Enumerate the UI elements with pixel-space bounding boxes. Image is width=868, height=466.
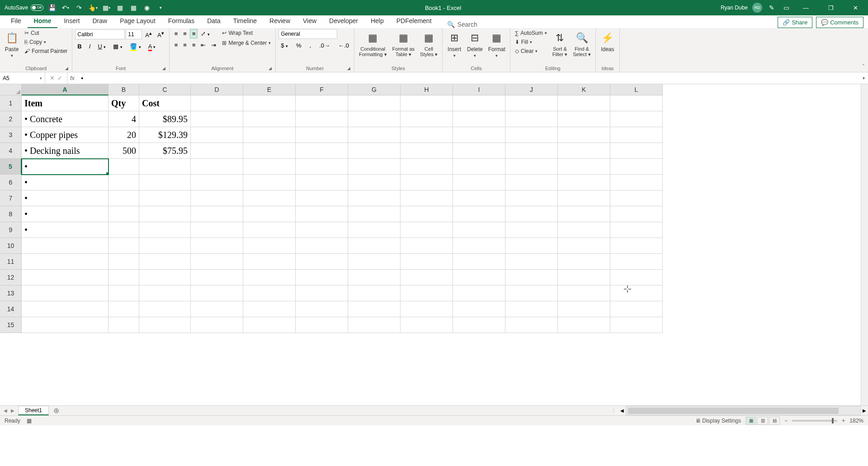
cell[interactable] <box>108 206 139 222</box>
cell[interactable] <box>453 175 505 190</box>
formula-input[interactable]: • <box>77 72 859 84</box>
cell[interactable] <box>108 301 139 317</box>
cell[interactable] <box>22 254 108 270</box>
cell[interactable] <box>453 238 505 254</box>
cell[interactable] <box>139 238 191 254</box>
cell[interactable] <box>401 190 453 206</box>
column-header[interactable]: J <box>505 84 558 95</box>
borders-button[interactable]: ▦ ▾ <box>111 42 125 51</box>
cell[interactable] <box>558 222 610 238</box>
cell[interactable] <box>296 190 348 206</box>
row-header[interactable]: 11 <box>0 254 22 270</box>
cell[interactable] <box>558 95 610 111</box>
row-header[interactable]: 9 <box>0 222 22 238</box>
ribbon-tab-draw[interactable]: Draw <box>86 14 113 28</box>
ribbon-tab-page-layout[interactable]: Page Layout <box>113 14 162 28</box>
user-avatar[interactable]: RD <box>752 3 762 13</box>
zoom-in-button[interactable]: + <box>842 418 845 424</box>
cell[interactable] <box>558 285 610 301</box>
cell[interactable] <box>505 238 558 254</box>
macro-record-icon[interactable]: ▦ <box>27 418 32 424</box>
cell[interactable] <box>296 175 348 190</box>
ribbon-tab-developer[interactable]: Developer <box>323 14 364 28</box>
column-header[interactable]: I <box>453 84 505 95</box>
cell[interactable] <box>505 111 558 127</box>
cell[interactable]: Cost <box>139 95 191 111</box>
italic-button[interactable]: I <box>87 42 93 51</box>
vertical-scrollbar[interactable] <box>861 84 868 405</box>
cell[interactable] <box>108 285 139 301</box>
ribbon-tab-data[interactable]: Data <box>201 14 227 28</box>
format-as-table-button[interactable]: ▦ Format asTable ▾ <box>391 29 417 59</box>
cell[interactable] <box>22 270 108 285</box>
ribbon-tab-insert[interactable]: Insert <box>57 14 86 28</box>
cell[interactable] <box>348 285 401 301</box>
format-painter-button[interactable]: 🖌Format Painter <box>23 47 69 55</box>
ribbon-tab-pdfelement[interactable]: PDFelement <box>390 14 438 28</box>
sheet-tab[interactable]: Sheet1 <box>18 406 49 415</box>
cell[interactable] <box>558 270 610 285</box>
percent-format-button[interactable]: % <box>294 41 304 50</box>
cell[interactable] <box>191 95 243 111</box>
orientation-button[interactable]: ⤢ ▾ <box>198 29 212 38</box>
normal-view-button[interactable]: ▦ <box>745 417 756 425</box>
ribbon-tab-help[interactable]: Help <box>364 14 390 28</box>
cell[interactable] <box>348 206 401 222</box>
cell[interactable]: • <box>22 222 108 238</box>
save-icon[interactable]: 💾 <box>47 3 57 13</box>
cell[interactable] <box>610 317 663 333</box>
cell[interactable] <box>108 254 139 270</box>
cell[interactable] <box>191 175 243 190</box>
cell[interactable] <box>505 270 558 285</box>
cell[interactable] <box>610 222 663 238</box>
cell[interactable] <box>505 127 558 143</box>
cell[interactable] <box>401 317 453 333</box>
cell[interactable] <box>558 111 610 127</box>
cell[interactable] <box>296 159 348 175</box>
align-bottom-button[interactable]: ≡ <box>190 29 198 38</box>
cell[interactable] <box>505 143 558 159</box>
find-select-button[interactable]: 🔍 Find &Select ▾ <box>571 29 593 59</box>
copy-button[interactable]: ⎘Copy ▾ <box>23 38 69 46</box>
cell[interactable] <box>610 159 663 175</box>
cell[interactable] <box>191 143 243 159</box>
page-break-view-button[interactable]: ▤ <box>769 417 780 425</box>
column-header[interactable]: A <box>22 84 108 95</box>
cell[interactable] <box>558 127 610 143</box>
cell[interactable] <box>610 143 663 159</box>
cell[interactable] <box>348 175 401 190</box>
cell[interactable] <box>401 175 453 190</box>
cell[interactable] <box>401 222 453 238</box>
cell[interactable] <box>191 285 243 301</box>
column-header[interactable]: C <box>139 84 191 95</box>
wrap-text-button[interactable]: ↩Wrap Text <box>220 29 273 37</box>
paste-button[interactable]: 📋 Paste ▾ <box>3 29 21 60</box>
collapse-ribbon-icon[interactable]: ˆ <box>863 64 864 70</box>
cell[interactable]: $89.95 <box>139 111 191 127</box>
select-all-button[interactable] <box>0 84 22 95</box>
cell[interactable]: • <box>22 206 108 222</box>
cell[interactable] <box>108 317 139 333</box>
accounting-format-button[interactable]: $ ▾ <box>278 41 290 50</box>
cell[interactable] <box>139 222 191 238</box>
align-center-button[interactable]: ≡ <box>181 40 189 50</box>
cell[interactable] <box>401 285 453 301</box>
cell[interactable] <box>505 301 558 317</box>
cell[interactable] <box>610 111 663 127</box>
cell[interactable] <box>22 301 108 317</box>
cell[interactable] <box>558 175 610 190</box>
undo-icon[interactable]: ↶▾ <box>61 3 71 13</box>
fill-color-button[interactable]: 🪣 ▾ <box>127 42 143 51</box>
cell[interactable] <box>139 190 191 206</box>
ribbon-tab-view[interactable]: View <box>297 14 323 28</box>
zoom-out-button[interactable]: − <box>784 418 788 424</box>
cancel-formula-icon[interactable]: ✕ <box>50 75 55 81</box>
cell[interactable] <box>139 175 191 190</box>
cell[interactable] <box>139 206 191 222</box>
minimize-button[interactable]: — <box>796 0 816 15</box>
cell[interactable] <box>243 190 296 206</box>
cell[interactable] <box>610 254 663 270</box>
cut-button[interactable]: ✂Cut <box>23 29 69 37</box>
column-header[interactable]: D <box>191 84 243 95</box>
cell[interactable] <box>296 111 348 127</box>
